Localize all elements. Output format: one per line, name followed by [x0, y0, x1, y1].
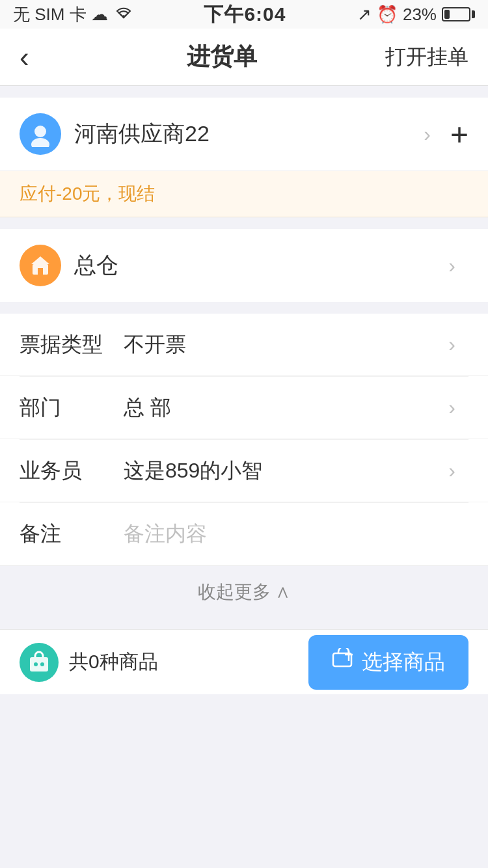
salesman-row[interactable]: 业务员 这是859的小智 ›	[0, 440, 488, 502]
sim-label: 无 SIM 卡 ☁	[13, 3, 108, 26]
invoice-label: 票据类型	[20, 331, 124, 359]
page-title: 进货单	[187, 41, 257, 73]
product-icon	[20, 643, 59, 682]
svg-rect-5	[30, 657, 48, 671]
invoice-chevron-icon: ›	[448, 332, 455, 357]
remark-row[interactable]: 备注 备注内容	[0, 503, 488, 565]
svg-point-6	[34, 662, 38, 666]
remark-input[interactable]: 备注内容	[124, 520, 468, 549]
warehouse-icon	[20, 245, 61, 286]
empty-area	[0, 694, 488, 868]
add-supplier-button[interactable]: +	[450, 116, 468, 152]
collapse-button[interactable]: 收起更多 ∧	[0, 565, 488, 617]
status-right: ↗ ⏰ 23%	[357, 5, 475, 25]
back-button[interactable]: ‹	[20, 41, 59, 74]
invoice-value: 不开票	[124, 331, 448, 359]
location-icon: ↗	[357, 5, 372, 25]
salesman-label: 业务员	[20, 457, 124, 485]
nav-bar: ‹ 进货单 打开挂单	[0, 29, 488, 86]
invoice-type-row[interactable]: 票据类型 不开票 ›	[0, 314, 488, 376]
supplier-chevron-icon: ›	[424, 122, 431, 146]
select-product-button[interactable]: 选择商品	[308, 635, 468, 690]
dept-value: 总 部	[124, 394, 448, 422]
form-card: 票据类型 不开票 › 部门 总 部 › 业务员 这是859的小智 › 备注 备注…	[0, 314, 488, 565]
divider-3	[0, 302, 488, 314]
salesman-value: 这是859的小智	[124, 457, 448, 485]
wifi-icon	[115, 5, 133, 25]
divider-4	[0, 617, 488, 629]
svg-point-7	[40, 662, 44, 666]
svg-point-1	[31, 138, 49, 147]
remark-label: 备注	[20, 520, 124, 549]
warehouse-card[interactable]: 总仓 ›	[0, 229, 488, 302]
status-bar: 无 SIM 卡 ☁ 下午6:04 ↗ ⏰ 23%	[0, 0, 488, 29]
supplier-name: 河南供应商22	[74, 119, 424, 149]
divider-1	[0, 86, 488, 98]
collapse-label: 收起更多 ∧	[198, 580, 291, 604]
product-info: 共0种商品	[20, 643, 158, 682]
dept-label: 部门	[20, 394, 124, 422]
warehouse-name: 总仓	[74, 251, 448, 280]
svg-point-0	[34, 126, 46, 137]
svg-marker-3	[31, 256, 49, 264]
warehouse-row[interactable]: 总仓 ›	[0, 229, 488, 302]
status-time: 下午6:04	[204, 1, 286, 28]
battery-icon	[442, 7, 475, 21]
select-button-label: 选择商品	[362, 648, 445, 677]
supplier-notice: 应付-20元，现结	[0, 171, 488, 217]
supplier-avatar	[20, 113, 61, 155]
battery-percentage: 23%	[403, 5, 437, 25]
divider-2	[0, 217, 488, 229]
product-count: 共0种商品	[69, 649, 158, 675]
dept-row[interactable]: 部门 总 部 ›	[0, 377, 488, 439]
open-pending-button[interactable]: 打开挂单	[385, 43, 468, 72]
svg-rect-4	[38, 268, 43, 275]
cart-icon	[332, 648, 355, 677]
supplier-row[interactable]: 河南供应商22 › +	[0, 98, 488, 171]
status-left: 无 SIM 卡 ☁	[13, 3, 133, 26]
bottom-bar: 共0种商品 选择商品	[0, 629, 488, 694]
supplier-card: 河南供应商22 › + 应付-20元，现结	[0, 98, 488, 217]
salesman-chevron-icon: ›	[448, 459, 455, 483]
warehouse-chevron-icon: ›	[448, 254, 455, 278]
alarm-icon: ⏰	[377, 5, 398, 25]
dept-chevron-icon: ›	[448, 396, 455, 420]
